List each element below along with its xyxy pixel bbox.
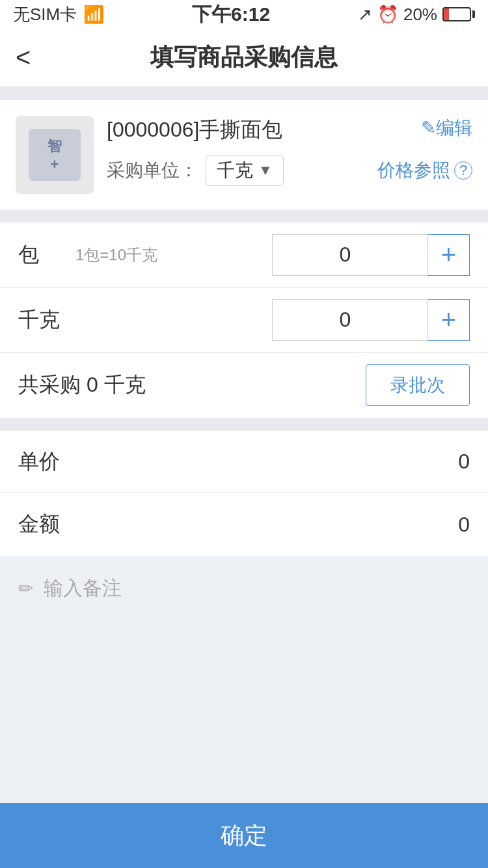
back-button[interactable]: <: [16, 43, 31, 72]
info-icon: ?: [454, 161, 472, 180]
summary-row: 共采购 0 千克 录批次: [0, 353, 488, 418]
bag-sublabel: 1包=10千克: [75, 245, 157, 265]
status-right: ↗ ⏰ 20%: [358, 5, 475, 25]
status-time: 下午6:12: [192, 1, 270, 28]
confirm-button[interactable]: 确定: [0, 803, 488, 868]
status-left: 无SIM卡 📶: [13, 3, 104, 26]
status-bar: 无SIM卡 📶 下午6:12 ↗ ⏰ 20%: [0, 0, 488, 29]
top-divider: [0, 87, 488, 100]
bag-input[interactable]: [272, 234, 428, 276]
chevron-down-icon: ▼: [258, 162, 273, 179]
alarm-icon: ⏰: [377, 5, 398, 25]
bag-row: 包 1包=10千克 +: [0, 223, 488, 288]
product-header-row: [0000006]手撕面包 ✎编辑: [107, 116, 472, 155]
unit-price-value: 0: [458, 450, 470, 474]
wifi-icon: 📶: [83, 5, 104, 25]
batch-button[interactable]: 录批次: [366, 364, 470, 406]
lower-divider: [0, 418, 488, 431]
battery-pct: 20%: [403, 5, 437, 25]
bag-plus-button[interactable]: +: [428, 234, 470, 276]
unit-label: 采购单位：: [107, 158, 198, 183]
unit-price-row: 单价 0: [0, 431, 488, 493]
product-name: [0000006]手撕面包: [107, 116, 282, 144]
product-card: 智 + [0000006]手撕面包 ✎编辑 采购单位： 千克 ▼ 价格参照 ?: [0, 100, 488, 210]
kg-plus-button[interactable]: +: [428, 299, 470, 341]
product-logo: 智 +: [29, 129, 81, 181]
bag-label: 包: [18, 241, 70, 269]
kg-input-group: +: [272, 299, 470, 341]
bag-input-group: +: [272, 234, 470, 276]
product-unit-row: 采购单位： 千克 ▼ 价格参照 ?: [107, 155, 472, 186]
remark-placeholder: 输入备注: [44, 575, 122, 602]
sim-text: 无SIM卡: [13, 3, 77, 26]
input-section: 包 1包=10千克 + 千克 +: [0, 223, 488, 353]
product-image: 智 +: [16, 116, 94, 194]
kg-input[interactable]: [272, 299, 428, 341]
price-ref-label: 价格参照: [377, 158, 450, 183]
content-filler: [0, 621, 488, 803]
edit-button[interactable]: ✎编辑: [421, 116, 472, 141]
nav-bar: < 填写商品采购信息: [0, 29, 488, 87]
product-info: [0000006]手撕面包 ✎编辑 采购单位： 千克 ▼ 价格参照 ?: [107, 116, 472, 186]
unit-price-label: 单价: [18, 448, 60, 476]
info-section: 单价 0 金额 0: [0, 431, 488, 556]
unit-select[interactable]: 千克 ▼: [206, 155, 284, 186]
remark-section[interactable]: ✏ 输入备注: [0, 556, 488, 621]
amount-value: 0: [458, 513, 470, 537]
pencil-icon: ✏: [18, 578, 33, 599]
logo-line1: 智: [47, 137, 62, 156]
kg-row: 千克 +: [0, 288, 488, 353]
amount-row: 金额 0: [0, 493, 488, 556]
amount-label: 金额: [18, 510, 60, 539]
logo-line2: +: [51, 156, 59, 173]
page-title: 填写商品采购信息: [150, 42, 338, 74]
mid-divider: [0, 210, 488, 223]
unit-value: 千克: [217, 158, 253, 183]
location-icon: ↗: [358, 5, 372, 25]
price-ref-button[interactable]: 价格参照 ?: [377, 158, 472, 183]
battery-icon: [442, 7, 475, 21]
summary-text: 共采购 0 千克: [18, 371, 146, 400]
kg-label: 千克: [18, 306, 70, 334]
